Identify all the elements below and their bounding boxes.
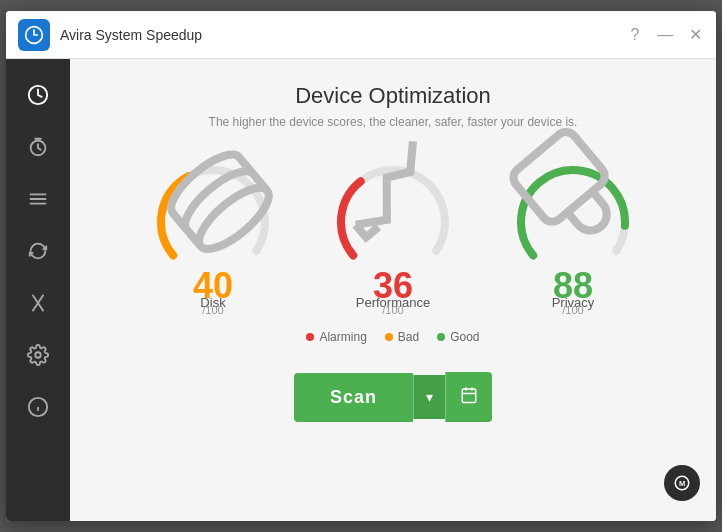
- privacy-denom: /100: [508, 304, 638, 316]
- minimize-button[interactable]: —: [656, 26, 674, 44]
- content-panel: Device Optimization The higher the devic…: [70, 59, 716, 521]
- svg-point-8: [35, 352, 41, 358]
- gauge-performance-circle: 36 /100: [328, 157, 458, 287]
- sidebar-item-dashboard[interactable]: [14, 71, 62, 119]
- performance-denom: /100: [328, 304, 458, 316]
- sidebar-item-timer[interactable]: [14, 123, 62, 171]
- svg-rect-20: [462, 389, 476, 403]
- gauge-privacy-circle: 88 /100: [508, 157, 638, 287]
- sidebar: [6, 59, 70, 521]
- legend-bad: Bad: [385, 330, 419, 344]
- svg-text:M: M: [679, 479, 685, 488]
- float-badge[interactable]: M: [664, 465, 700, 501]
- disk-icon: [148, 129, 278, 264]
- sidebar-item-refresh[interactable]: [14, 227, 62, 275]
- scan-button[interactable]: Scan: [294, 373, 413, 422]
- bad-dot: [385, 333, 393, 341]
- scan-bar: Scan ▾: [294, 372, 492, 422]
- app-icon: [18, 19, 50, 51]
- sidebar-item-list[interactable]: [14, 175, 62, 223]
- disk-denom: /100: [148, 304, 278, 316]
- help-button[interactable]: ?: [626, 26, 644, 44]
- sidebar-item-info[interactable]: [14, 383, 62, 431]
- legend-alarming: Alarming: [306, 330, 366, 344]
- gauge-performance: 36 /100 Performance: [318, 157, 468, 310]
- badge-icon: M: [673, 474, 691, 492]
- calendar-icon: [460, 386, 478, 404]
- close-button[interactable]: ✕: [686, 26, 704, 44]
- privacy-icon: [508, 129, 638, 264]
- window-title: Avira System Speedup: [60, 27, 626, 43]
- window-controls: ? — ✕: [626, 26, 704, 44]
- bad-label: Bad: [398, 330, 419, 344]
- legend: Alarming Bad Good: [306, 330, 479, 344]
- good-label: Good: [450, 330, 479, 344]
- gauge-disk-circle: 40 /100: [148, 157, 278, 287]
- gauge-disk: 40 /100 Disk: [138, 157, 288, 310]
- gauges-row: 40 /100 Disk: [138, 157, 648, 310]
- titlebar: Avira System Speedup ? — ✕: [6, 11, 716, 59]
- app-window: Avira System Speedup ? — ✕: [6, 11, 716, 521]
- sidebar-item-tools[interactable]: [14, 279, 62, 327]
- page-title: Device Optimization: [295, 83, 491, 109]
- scan-dropdown-button[interactable]: ▾: [413, 375, 445, 419]
- gauge-privacy: 88 /100 Privacy: [498, 157, 648, 310]
- scan-calendar-button[interactable]: [445, 372, 492, 422]
- sidebar-item-settings[interactable]: [14, 331, 62, 379]
- alarming-dot: [306, 333, 314, 341]
- legend-good: Good: [437, 330, 479, 344]
- main-area: Device Optimization The higher the devic…: [6, 59, 716, 521]
- performance-icon: [328, 129, 458, 264]
- alarming-label: Alarming: [319, 330, 366, 344]
- svg-rect-19: [509, 128, 609, 227]
- dropdown-chevron-icon: ▾: [426, 389, 433, 405]
- good-dot: [437, 333, 445, 341]
